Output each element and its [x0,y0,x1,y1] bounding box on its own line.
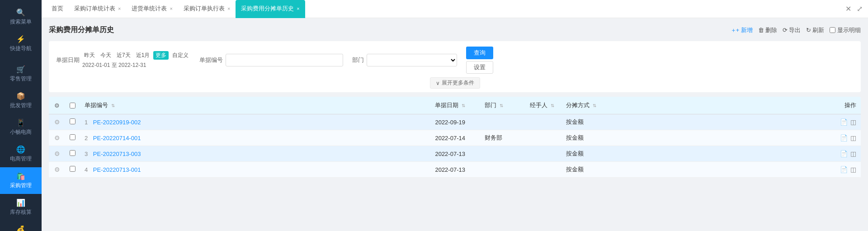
th-settings: ⚙ [49,97,65,114]
row-settings-cell: ⚙ [49,130,65,146]
column-settings-icon[interactable]: ⚙ [53,102,61,109]
sort-split-icon[interactable]: ⇅ [593,103,596,108]
add-button[interactable]: ＋ + 新增 [731,26,753,34]
refresh-icon: ↻ [806,27,811,33]
sidebar-item-finance[interactable]: 💰 资金管理 [0,221,42,231]
sidebar-item-ecommerce[interactable]: 🌐 电商管理 [0,141,42,167]
doc-no-link-3[interactable]: PE-20220713-001 [93,166,141,173]
delete-icon-1[interactable]: ◫ [850,134,856,141]
table-row: ⚙ 1 PE-20220919-002 2022-09-19 按金额 📄 ◫ [49,114,861,130]
close-tab-purchase-order-exec[interactable]: × [227,6,230,11]
date-filter: 单据日期 昨天 今天 近7天 近1月 更多 自定义 2022-01-01 至 2… [56,51,190,69]
yesterday-btn[interactable]: 昨天 [82,51,97,60]
doc-no-link-0[interactable]: PE-20220919-002 [93,119,141,126]
expand-more-btn[interactable]: ∨ 展开更多条件 [430,77,480,89]
sidebar: 🔍 搜索菜单 ⚡ 快捷导航 🛒 零售管理 📦 批发管理 📱 小畅电商 🌐 电商管… [0,0,42,231]
row-op: 📄 ◫ [825,114,861,130]
show-detail-toggle[interactable]: 显示明细 [830,26,861,34]
last1month-btn[interactable]: 近1月 [134,51,152,60]
row-split-method: 按金额 [561,162,825,178]
sidebar-item-retail[interactable]: 🛒 零售管理 [0,61,42,87]
cart-icon: 🛒 [2,65,40,74]
sort-date-icon[interactable]: ⇅ [462,103,465,108]
doc-no-label: 单据编号 [199,56,223,64]
close-all-tabs-button[interactable]: ✕ [844,4,852,14]
export-icon: ⟳ [783,27,788,33]
edit-icon-0[interactable]: 📄 [840,118,848,126]
search-icon: 🔍 [2,8,40,17]
th-handler: 经手人 ⇅ [525,97,561,114]
tabs-bar: 首页 采购订单统计表 × 进货单统计表 × 采购订单执行表 × 采购费用分摊单历… [42,0,868,18]
row-checkbox-0[interactable] [70,118,75,124]
fullscreen-button[interactable]: ⤢ [856,4,863,14]
doc-no-input[interactable] [226,54,343,66]
sort-handler-icon[interactable]: ⇅ [551,103,554,108]
row-handler [525,130,561,146]
delete-icon-2[interactable]: ◫ [850,150,856,157]
tab-purchase-cost-history[interactable]: 采购费用分摊单历史 × [236,0,305,18]
date-shortcuts: 昨天 今天 近7天 近1月 更多 自定义 [82,51,190,60]
sidebar-item-wholesale[interactable]: 📦 批发管理 [0,87,42,114]
more-btn[interactable]: 更多 [153,51,169,60]
op-icons-2: 📄 ◫ [829,150,856,157]
doc-no-filter: 单据编号 [199,54,343,66]
show-detail-checkbox[interactable] [830,27,835,33]
date-label: 单据日期 [56,56,80,64]
today-btn[interactable]: 今天 [99,51,113,60]
close-tab-purchase-goods-stats[interactable]: × [170,6,172,11]
custom-btn[interactable]: 自定义 [170,51,190,60]
row-dept [480,146,525,162]
th-date: 单据日期 ⇅ [430,97,480,114]
select-all-checkbox[interactable] [70,103,75,108]
table-header-row: ⚙ 单据编号 ⇅ 单据日期 ⇅ [49,97,861,114]
select-all-checkbox-header[interactable] [70,103,75,108]
row-handler [525,146,561,162]
table-body: ⚙ 1 PE-20220919-002 2022-09-19 按金额 📄 ◫ ⚙ [49,114,861,178]
delete-button[interactable]: 🗑 删除 [758,26,777,34]
th-checkbox [65,97,80,114]
row-doc-no: 3 PE-20220713-003 [80,146,430,162]
close-tab-purchase-cost-history[interactable]: × [297,6,299,11]
edit-icon-2[interactable]: 📄 [840,150,848,157]
chart-icon: 📊 [2,198,40,207]
delete-icon-3[interactable]: ◫ [850,166,856,173]
row-checkbox-2[interactable] [70,150,75,156]
page-header: 采购费用分摊单历史 ＋ + 新增 🗑 删除 ⟳ 导出 ↻ 刷新 [49,25,861,35]
close-tab-purchase-order-stats[interactable]: × [118,6,121,11]
doc-no-link-2[interactable]: PE-20220713-003 [93,151,141,157]
row-checkbox-1[interactable] [70,134,75,140]
tab-home[interactable]: 首页 [46,0,69,18]
sidebar-item-mini[interactable]: 📱 小畅电商 [0,114,42,141]
setting-button[interactable]: 设置 [466,61,493,74]
toolbar: ＋ + 新增 🗑 删除 ⟳ 导出 ↻ 刷新 显示明细 [731,26,861,34]
date-range-display: 2022-01-01 至 2022-12-31 [82,61,190,69]
export-button[interactable]: ⟳ 导出 [783,26,801,34]
tab-purchase-order-exec[interactable]: 采购订单执行表 × [178,0,236,18]
th-split-method: 分摊方式 ⇅ [561,97,825,114]
delete-icon-0[interactable]: ◫ [850,118,856,126]
sidebar-item-search[interactable]: 🔍 搜索菜单 [0,4,42,30]
tabs-controls: ✕ ⤢ [844,4,863,14]
content-area: 采购费用分摊单历史 ＋ + 新增 🗑 删除 ⟳ 导出 ↻ 刷新 [42,18,868,231]
sidebar-item-quick[interactable]: ⚡ 快捷导航 [0,30,42,57]
edit-icon-1[interactable]: 📄 [840,134,848,141]
row-checkbox-3[interactable] [70,166,75,172]
tab-purchase-goods-stats[interactable]: 进货单统计表 × [126,0,178,18]
dept-select[interactable]: 财务部 [367,54,457,66]
last7days-btn[interactable]: 近7天 [115,51,132,60]
refresh-button[interactable]: ↻ 刷新 [806,26,824,34]
sidebar-item-purchase[interactable]: 🛍️ 采购管理 [0,167,42,194]
row-date: 2022-07-13 [430,162,480,178]
sort-doc-no-icon[interactable]: ⇅ [111,103,115,108]
doc-no-link-1[interactable]: PE-20220714-001 [93,135,141,141]
expand-row: ∨ 展开更多条件 [56,77,854,89]
sort-dept-icon[interactable]: ⇅ [500,103,503,108]
op-icons-0: 📄 ◫ [829,118,856,126]
query-button[interactable]: 查询 [466,47,493,59]
tab-purchase-order-stats[interactable]: 采购订单统计表 × [69,0,126,18]
money-icon: 💰 [2,225,40,231]
row-settings-cell: ⚙ [49,162,65,178]
edit-icon-3[interactable]: 📄 [840,166,848,173]
sidebar-item-inventory[interactable]: 📊 库存核算 [0,194,42,221]
row-op: 📄 ◫ [825,146,861,162]
